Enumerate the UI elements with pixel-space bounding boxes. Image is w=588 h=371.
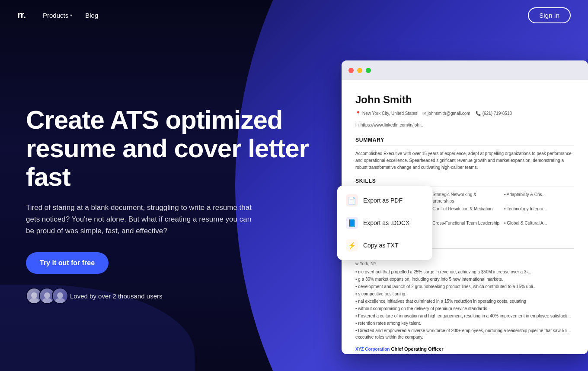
work-meta: w York, NY xyxy=(355,260,574,267)
summary-section-title: SUMMARY xyxy=(355,136,574,146)
phone-icon: 📞 xyxy=(476,110,481,117)
products-nav-link[interactable]: Products ▾ xyxy=(43,12,72,19)
nav-links: Products ▾ Blog xyxy=(43,12,98,19)
hero-section: Create ATS optimized resume and cover le… xyxy=(26,97,320,304)
sign-in-button[interactable]: Sign In xyxy=(528,7,571,23)
work-company: XYZ Corporation xyxy=(355,347,390,352)
export-docx-button[interactable]: 📘 Export as .DOCX xyxy=(337,212,432,234)
export-popup: 📄 Export as PDF 📘 Export as .DOCX ⚡ Copy… xyxy=(337,186,432,260)
work-bullet: Directed and empowered a diverse workfor… xyxy=(355,327,574,340)
work-bullet: retention rates among key talent. xyxy=(355,320,574,327)
work-bullet: nal excellence initiatives that culminat… xyxy=(355,298,574,304)
location-icon: 📍 xyxy=(355,110,361,117)
skill-item: Strategic Networking & Partnerships xyxy=(430,191,500,204)
copy-txt-button[interactable]: ⚡ Copy as TXT xyxy=(337,234,432,257)
main-content: Create ATS optimized resume and cover le… xyxy=(0,30,588,371)
resume-preview-container: John Smith 📍 New York City, United State… xyxy=(342,60,588,354)
avatar-face xyxy=(53,289,67,303)
skill-item: Global & Cultural A... xyxy=(504,220,574,233)
window-close-dot xyxy=(348,68,354,73)
linkedin-icon: in xyxy=(355,122,359,128)
work-entry: ief Executive Officer w York, NY gic ove… xyxy=(355,253,574,340)
window-minimize-dot xyxy=(357,68,362,73)
work-bullet: s competitive positioning. xyxy=(355,291,574,297)
txt-icon: ⚡ xyxy=(346,239,358,251)
resume-name: John Smith xyxy=(355,92,574,108)
skill-item: Conflict Resolution & Mediation xyxy=(430,206,500,219)
cta-button[interactable]: Try it out for free xyxy=(26,252,109,274)
work-entry: XYZ Corporation Chief Operating Officer … xyxy=(355,346,574,355)
skill-item: Adaptability & Cris... xyxy=(504,191,574,204)
social-proof-text: Loved by over 2 thousand users xyxy=(70,292,162,300)
work-bullet: Fostered a culture of innovation and hig… xyxy=(355,313,574,319)
avatar xyxy=(52,288,68,304)
summary-text: Accomplished Executive with over 15 year… xyxy=(355,150,574,171)
work-bullet: gic overhaul that propelled a 25% surge … xyxy=(355,269,574,275)
avatar-group xyxy=(26,288,65,304)
work-meta: January 2015 - April 2018, New York, NY xyxy=(355,352,574,354)
nav-left: rr. Products ▾ Blog xyxy=(17,10,98,21)
logo[interactable]: rr. xyxy=(17,10,26,21)
export-pdf-button[interactable]: 📄 Export as PDF xyxy=(337,189,432,212)
docx-icon: 📘 xyxy=(346,217,358,229)
hero-title: Create ATS optimized resume and cover le… xyxy=(26,106,320,191)
work-role: Chief Operating Officer xyxy=(391,346,444,352)
skill-item: Cross-Functional Team Leadership xyxy=(430,220,500,233)
work-bullets: gic overhaul that propelled a 25% surge … xyxy=(355,269,574,340)
skill-item: Technology Integra... xyxy=(504,206,574,219)
window-maximize-dot xyxy=(366,68,371,73)
contact-linkedin: in https://www.linkedin.com/in/joh... xyxy=(355,122,423,128)
navbar: rr. Products ▾ Blog Sign In xyxy=(0,0,588,30)
pdf-icon: 📄 xyxy=(346,194,358,206)
resume-window-bar xyxy=(342,60,588,80)
social-proof: Loved by over 2 thousand users xyxy=(26,288,320,304)
work-bullet: g a 30% market expansion, including entr… xyxy=(355,276,574,282)
work-bullet: without compromising on the delivery of … xyxy=(355,305,574,312)
avatar-face xyxy=(27,289,42,303)
work-bullet: development and launch of 2 groundbreaki… xyxy=(355,283,574,290)
hero-subtitle: Tired of staring at a blank document, st… xyxy=(26,202,259,237)
email-icon: ✉ xyxy=(422,110,426,117)
contact-phone: 📞 (621) 719-8518 xyxy=(476,110,512,117)
contact-location: 📍 New York City, United States xyxy=(355,110,417,117)
avatar-face xyxy=(40,289,54,303)
contact-email: ✉ johnsmith@gmail.com xyxy=(422,110,470,117)
chevron-down-icon: ▾ xyxy=(70,13,72,18)
blog-nav-link[interactable]: Blog xyxy=(85,12,98,19)
resume-contact: 📍 New York City, United States ✉ johnsmi… xyxy=(355,110,574,128)
